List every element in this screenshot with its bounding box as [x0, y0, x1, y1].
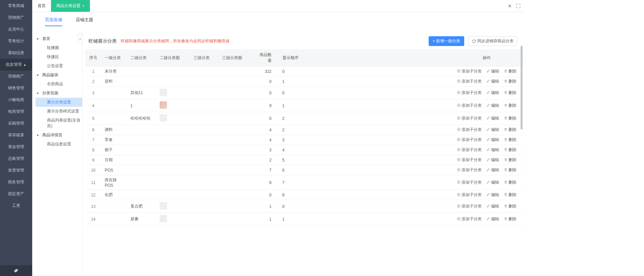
edit-link[interactable]: 编辑 [486, 79, 499, 84]
add-sub-category-link[interactable]: 添加子分类 [457, 203, 482, 209]
add-sub-category-link[interactable]: 添加子分类 [457, 216, 482, 222]
primary-nav-item[interactable]: 库存核算 [0, 129, 32, 141]
delete-link[interactable]: 删除 [504, 157, 517, 163]
primary-nav-item[interactable]: 发票管理 [0, 165, 32, 176]
cell-c2img [156, 155, 190, 165]
sync-inventory-button[interactable]: 同步进销存商品分类 [468, 36, 517, 46]
delete-link[interactable]: 删除 [504, 147, 517, 153]
edit-link[interactable]: 编辑 [486, 203, 499, 209]
tree-leaf-display-category[interactable]: 展示分类设置 [36, 98, 82, 107]
cell-c3img [219, 213, 255, 226]
add-sub-category-link[interactable]: 添加子分类 [457, 192, 482, 198]
tab-home[interactable]: 首页 [32, 0, 51, 12]
settings-gear-row[interactable] [0, 265, 32, 276]
tab-shop-theme[interactable]: 店铺主题 [76, 17, 93, 26]
cell-c3img [219, 145, 255, 155]
trash-icon [504, 217, 507, 222]
delete-link[interactable]: 删除 [504, 192, 517, 198]
edit-link[interactable]: 编辑 [486, 216, 499, 222]
primary-nav-item[interactable]: 批发管理▲ [0, 59, 32, 71]
primary-nav-item[interactable]: 营销推广 [0, 71, 32, 82]
primary-nav-item[interactable]: 税务管理 [0, 176, 32, 188]
edit-link[interactable]: 编辑 [486, 116, 499, 121]
cell-qty: 0 [256, 112, 279, 125]
add-sub-category-link[interactable]: 添加子分类 [457, 79, 482, 84]
tree-group-product-block[interactable]: ▾商品版块 [36, 71, 82, 80]
tree-group-home[interactable]: ▾首页 [36, 34, 82, 43]
primary-nav-item[interactable]: 电商管理 [0, 106, 32, 118]
delete-link[interactable]: 删除 [504, 167, 517, 173]
close-panel-icon[interactable]: ✕ [508, 3, 512, 9]
primary-nav-item[interactable]: 固定资产 [0, 188, 32, 200]
edit-link[interactable]: 编辑 [486, 90, 499, 96]
primary-nav-item[interactable]: 采购管理 [0, 118, 32, 129]
image-placeholder [160, 89, 167, 96]
tree-leaf-display-category-style[interactable]: 展示分类样式设置 [36, 107, 82, 116]
primary-nav-item[interactable]: 销售管理 [0, 82, 32, 94]
panel-title: 旺铺展示分类 [89, 38, 117, 44]
tree-leaf-shortcuts[interactable]: 快捷区 [36, 52, 82, 61]
primary-nav-item[interactable]: 零售商城 [0, 0, 32, 12]
delete-link[interactable]: 删除 [504, 180, 517, 185]
cell-c2 [127, 175, 157, 190]
edit-link[interactable]: 编辑 [486, 147, 499, 153]
tab-page-decoration[interactable]: 页面装修 [45, 17, 62, 26]
tab-category-settings[interactable]: 商品分类设置× [51, 0, 90, 12]
plus-circle-icon [457, 79, 461, 84]
delete-link[interactable]: 删除 [504, 137, 517, 143]
primary-nav-item[interactable]: 小畅电商 [0, 94, 32, 106]
primary-nav-item[interactable]: 零售统计 [0, 35, 32, 47]
close-icon[interactable]: × [83, 4, 85, 8]
tree-group-product-detail[interactable]: ▾商品详情页 [36, 131, 82, 140]
edit-link[interactable]: 编辑 [486, 127, 499, 133]
cell-seq: 7 [85, 135, 101, 145]
add-top-category-button[interactable]: + 新增一级分类 [429, 36, 464, 46]
add-sub-category-link[interactable]: 添加子分类 [457, 116, 482, 121]
primary-nav-item[interactable]: 基础信息 [0, 47, 32, 59]
collapse-toggle[interactable]: « [78, 34, 83, 44]
add-sub-category-link[interactable]: 添加子分类 [457, 137, 482, 143]
tree-group-category-page[interactable]: ▾分类页面 [36, 89, 82, 98]
delete-link[interactable]: 删除 [504, 127, 517, 133]
cell-c1: 未分类 [101, 66, 127, 77]
delete-link[interactable]: 删除 [504, 68, 517, 74]
primary-nav-item[interactable]: 工资 [0, 200, 32, 212]
delete-link[interactable]: 删除 [504, 103, 517, 108]
add-sub-category-link[interactable]: 添加子分类 [457, 180, 482, 185]
tree-leaf-product-info[interactable]: 商品信息设置 [36, 140, 82, 149]
tree-leaf-all-products[interactable]: 全部商品 [36, 80, 82, 89]
cell-order: 0 [279, 87, 450, 99]
edit-link[interactable]: 编辑 [486, 103, 499, 108]
delete-link[interactable]: 删除 [504, 79, 517, 84]
tree-leaf-announce[interactable]: 公告设置 [36, 61, 82, 71]
edit-link[interactable]: 编辑 [486, 180, 499, 185]
add-sub-category-link[interactable]: 添加子分类 [457, 103, 482, 108]
primary-nav-item[interactable]: 资金管理 [0, 141, 32, 153]
primary-nav-item[interactable]: 营销推广 [0, 12, 32, 24]
vertical-scrollbar[interactable] [520, 46, 523, 273]
add-sub-category-link[interactable]: 添加子分类 [457, 127, 482, 133]
add-sub-category-link[interactable]: 添加子分类 [457, 147, 482, 153]
primary-nav-item[interactable]: 会员中心 [0, 24, 32, 35]
tree-leaf-product-list-settings[interactable]: 商品列表设置(非首页) [36, 116, 82, 131]
image-placeholder [160, 114, 167, 122]
primary-nav-item[interactable]: 总账管理 [0, 153, 32, 165]
edit-link[interactable]: 编辑 [486, 137, 499, 143]
add-sub-category-link[interactable]: 添加子分类 [457, 167, 482, 173]
edit-link[interactable]: 编辑 [486, 157, 499, 163]
edit-link[interactable]: 编辑 [486, 68, 499, 74]
fullscreen-icon[interactable]: ⛶ [516, 3, 521, 9]
tree-leaf-carousel[interactable]: 轮播图 [36, 43, 82, 52]
delete-link[interactable]: 删除 [504, 90, 517, 96]
add-sub-category-link[interactable]: 添加子分类 [457, 90, 482, 96]
add-sub-category-link[interactable]: 添加子分类 [457, 157, 482, 163]
edit-icon [486, 91, 490, 95]
edit-link[interactable]: 编辑 [486, 192, 499, 198]
plus-circle-icon [457, 116, 461, 121]
trash-icon [504, 204, 507, 209]
delete-link[interactable]: 删除 [504, 203, 517, 209]
edit-link[interactable]: 编辑 [486, 167, 499, 173]
delete-link[interactable]: 删除 [504, 116, 517, 121]
add-sub-category-link[interactable]: 添加子分类 [457, 68, 482, 74]
delete-link[interactable]: 删除 [504, 216, 517, 222]
